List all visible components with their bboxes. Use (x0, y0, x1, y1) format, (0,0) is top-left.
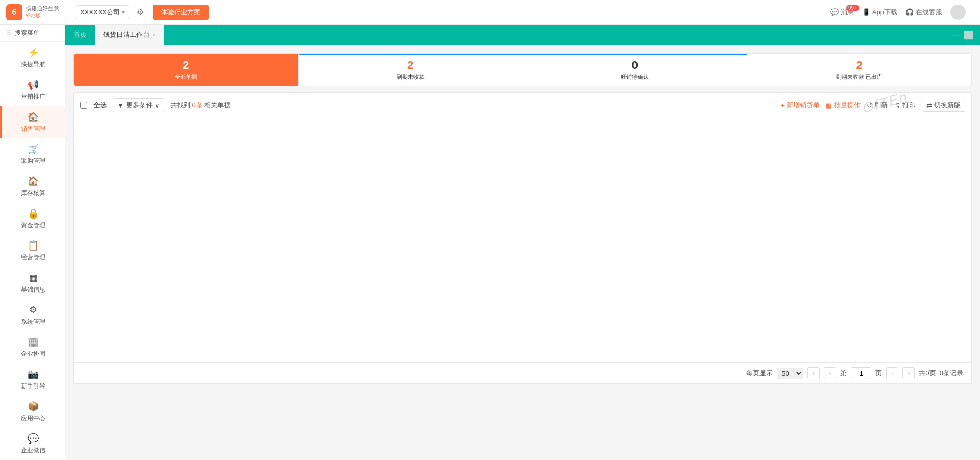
stats-tab-overdue-out-num: 2 (751, 59, 967, 72)
grid-icon: ▦ (29, 272, 38, 283)
sidebar-item-system[interactable]: ⚙ 系统管理 (0, 299, 65, 331)
tab-active[interactable]: 钱货日清工作台 × (95, 25, 164, 45)
next-page-button[interactable]: › (886, 367, 898, 379)
stats-tab-overdue-num: 2 (303, 59, 519, 72)
print-icon: 🖨 (894, 102, 900, 109)
page-number-input[interactable] (851, 367, 871, 379)
maximize-icon[interactable]: ⬜ (964, 30, 974, 40)
batch-operation-button[interactable]: ▦ 批量操作 (826, 101, 861, 110)
phone-icon: 📱 (862, 8, 870, 16)
logo-badge: 标准版 (26, 12, 59, 19)
sidebar-item-label: 应用中心 (21, 414, 45, 423)
sidebar-item-newbie[interactable]: 📷 新手引导 (0, 364, 65, 396)
home2-icon: 🏠 (28, 176, 39, 187)
stats-tab-overdue-label: 到期未收款 (303, 73, 519, 81)
last-page-button[interactable]: » (902, 367, 915, 379)
tab-home-label: 首页 (74, 30, 87, 39)
lightning-icon: ⚡ (28, 47, 39, 58)
stats-tab-pending[interactable]: 0 旺铺待确认 (523, 54, 748, 86)
sidebar-item-app-center[interactable]: 📦 应用中心 (0, 396, 65, 428)
app-download-button[interactable]: 📱 App下载 (862, 8, 897, 17)
sidebar-item-label: 库存核算 (21, 189, 45, 198)
pagination: 每页显示 50 20 100 « ‹ 第 页 › » 共0页, 0条记录 (74, 362, 972, 384)
app-label: App下载 (872, 8, 897, 17)
sidebar-item-sales[interactable]: 🏠 销售管理 (0, 106, 65, 138)
sidebar-item-label: 企业协同 (21, 350, 45, 358)
megaphone-icon: 📢 (28, 79, 39, 90)
switch-icon: ⇄ (926, 102, 932, 109)
found-count: 0条 (192, 101, 203, 109)
found-suffix: 相关单据 (204, 101, 231, 109)
first-page-button[interactable]: « (807, 367, 820, 379)
page-size-select[interactable]: 50 20 100 (777, 368, 803, 379)
plus-icon: + (780, 102, 785, 109)
select-all-checkbox[interactable] (80, 102, 87, 109)
found-text: 共找到 0条 相关单据 (170, 101, 231, 110)
tab-bar: 首页 钱货日清工作台 × — ⬜ (65, 25, 980, 45)
settings-icon[interactable]: ⚙ (133, 5, 148, 19)
page-prefix: 第 (840, 369, 847, 378)
logo-icon: 6 (6, 4, 22, 20)
prev-page-button[interactable]: ‹ (824, 367, 836, 379)
sidebar-item-inventory[interactable]: 🏠 库存核算 (0, 171, 65, 203)
select-all-label: 全选 (93, 101, 107, 110)
chevron-down-icon: ▾ (122, 9, 125, 15)
tab-home[interactable]: 首页 (65, 25, 95, 45)
sidebar-item-operation[interactable]: 📋 经营管理 (0, 235, 65, 267)
refresh-icon: ↺ (867, 102, 872, 109)
sidebar-item-base-info[interactable]: ▦ 基础信息 (0, 267, 65, 299)
clipboard-icon: 📋 (28, 240, 39, 251)
sidebar-item-enterprise[interactable]: 🏢 企业协同 (0, 331, 65, 364)
sidebar-item-quick-nav[interactable]: ⚡ 快捷导航 (0, 42, 65, 74)
found-prefix: 共找到 (170, 101, 190, 109)
tab-actions: — ⬜ (951, 30, 980, 40)
stats-tab-overdue[interactable]: 2 到期未收款 (299, 54, 523, 86)
search-menu-item[interactable]: ☰ 搜索菜单 (0, 25, 65, 42)
switch-version-button[interactable]: ⇄ 切换新版 (922, 99, 965, 112)
sidebar-item-label: 营销推广 (21, 92, 45, 101)
building-icon: 🏢 (28, 336, 39, 348)
filter-button[interactable]: ▼ 更多条件 ∨ (113, 98, 164, 112)
avatar[interactable] (950, 5, 966, 20)
print-button[interactable]: 🖨 打印 (894, 101, 916, 110)
toolbar: 全选 ▼ 更多条件 ∨ 共找到 0条 相关单据 + 新增销货单 ▦ 批量操作 (74, 92, 972, 117)
sidebar-item-wechat[interactable]: 💬 企业微信 (0, 428, 65, 460)
sidebar-item-purchase[interactable]: 🛒 采购管理 (0, 138, 65, 171)
add-btn-label: 新增销货单 (787, 101, 820, 110)
online-service-button[interactable]: 🎧 在线客服 (905, 8, 942, 17)
sidebar-item-label: 系统管理 (21, 318, 45, 326)
messages-button[interactable]: 💬 消息 99+ (830, 8, 854, 17)
lock-icon: 🔒 (28, 208, 39, 219)
trial-button[interactable]: 体验行业方案 (153, 5, 209, 20)
stats-tab-pending-label: 旺铺待确认 (527, 73, 743, 81)
minimize-icon[interactable]: — (951, 30, 960, 39)
search-menu-label: 搜索菜单 (15, 29, 39, 37)
search-icon: ☰ (6, 30, 12, 37)
chat-icon: 💬 (28, 433, 39, 444)
refresh-button[interactable]: ↺ 刷新 (867, 101, 888, 110)
switch-label: 切换新版 (934, 101, 961, 110)
logo: 6 畅捷通好生意 标准版 (6, 4, 71, 20)
logo-name: 畅捷通好生意 (26, 5, 59, 12)
filter-icon: ▼ (117, 102, 124, 109)
page-suffix: 页 (875, 369, 882, 378)
sidebar-item-label: 基础信息 (21, 285, 45, 294)
refresh-label: 刷新 (874, 101, 888, 110)
stats-tab-overdue-out[interactable]: 2 到期未收款 已出库 (747, 54, 971, 86)
sidebar-item-finance[interactable]: 🔒 资金管理 (0, 203, 65, 235)
sidebar-item-label: 销售管理 (21, 125, 45, 133)
filter-label: 更多条件 (126, 101, 153, 110)
company-name: XXXXXX公司 (80, 8, 120, 17)
chevron-down-icon: ∨ (155, 102, 160, 109)
company-selector[interactable]: XXXXXX公司 ▾ (76, 5, 129, 19)
sidebar-item-label: 新手引导 (21, 382, 45, 391)
sidebar-item-marketing[interactable]: 📢 营销推广 (0, 74, 65, 106)
sidebar-item-label: 快捷导航 (21, 60, 45, 69)
batch-icon: ▦ (826, 102, 832, 109)
stats-tab-all[interactable]: 2 全部单据 (74, 54, 299, 86)
sidebar-item-label: 企业微信 (21, 446, 45, 455)
close-icon[interactable]: × (153, 32, 156, 38)
add-sales-order-button[interactable]: + 新增销货单 (780, 101, 820, 110)
house-icon: 🏠 (28, 111, 39, 123)
stats-tabs: 2 全部单据 2 到期未收款 0 旺铺待确认 2 到期未收款 已出库 (74, 53, 972, 86)
